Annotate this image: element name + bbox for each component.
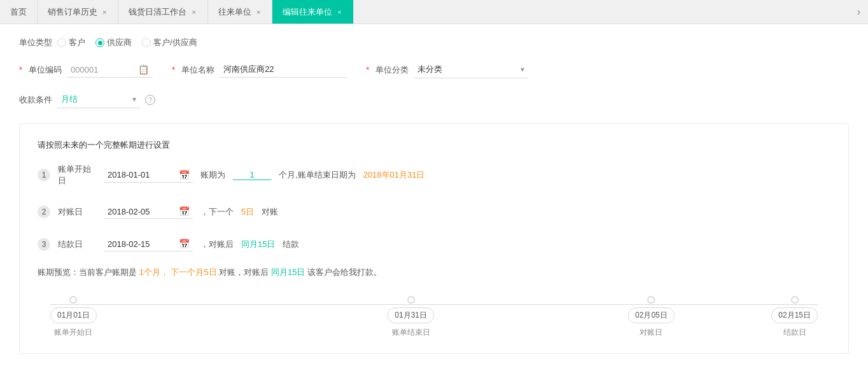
bill-start-date-input[interactable] <box>108 170 171 179</box>
payment-condition-select[interactable]: 月结 ▾ <box>57 91 140 108</box>
unit-name-required: * <box>172 65 175 74</box>
radio-supplier-label: 供应商 <box>107 37 132 48</box>
payment-condition-group: 收款条件 月结 ▾ ? <box>19 91 155 108</box>
timeline-points: 01月01日 账单开始日 01月31日 账单结束日 02 <box>50 296 818 338</box>
timeline-badge-3: 02月05日 <box>628 307 675 323</box>
payment-condition-chevron: ▾ <box>132 95 136 104</box>
preview-label: 账期预览：当前客户账期是 <box>38 267 137 277</box>
reconcile-row: 2 对账日 📅 ，下一个 5日 对账 <box>38 204 830 219</box>
period-value-input[interactable] <box>233 170 271 180</box>
timeline-label-2: 账单结束日 <box>392 327 430 338</box>
radio-supplier-circle <box>95 38 104 47</box>
timeline-label-4: 结款日 <box>783 327 806 338</box>
timeline-point-2: 01月31日 账单结束日 <box>291 296 531 338</box>
unit-code-icon[interactable]: 📋 <box>138 64 149 74</box>
preview-reconcile-orange: 下一个月5日 <box>171 267 216 277</box>
unit-code-label: 单位编码 <box>29 64 62 76</box>
bill-start-date-field[interactable]: 📅 <box>104 168 193 183</box>
unit-category-group: * 单位分类 未分类 ▾ <box>366 61 528 78</box>
period-mid-text: 账期为 <box>200 169 225 181</box>
row-num-1: 1 <box>38 169 50 181</box>
unit-type-row: 单位类型 客户 供应商 客户/供应商 <box>19 37 849 48</box>
tab-partner-close[interactable]: × <box>255 8 262 16</box>
radio-group: 客户 供应商 客户/供应商 <box>57 37 197 48</box>
main-content: 单位类型 客户 供应商 客户/供应商 * 单位编码 <box>0 24 868 387</box>
payment-suffix-teal: 同月15日 <box>241 239 275 250</box>
preview-text: 账期预览：当前客户账期是 1个月， 下一个月5日 对账，对账后 同月15日 该客… <box>38 267 830 278</box>
unit-type-group: 单位类型 客户 供应商 客户/供应商 <box>19 37 197 48</box>
radio-supplier[interactable]: 供应商 <box>95 37 132 48</box>
bill-start-label: 账单开始日 <box>58 164 96 186</box>
reconcile-suffix-orange: 5日 <box>241 206 254 218</box>
radio-both[interactable]: 客户/供应商 <box>142 37 197 48</box>
unit-category-label: 单位分类 <box>375 64 409 76</box>
timeline-point-3: 02月05日 对账日 <box>531 296 772 338</box>
radio-both-circle <box>142 38 151 47</box>
unit-name-group: * 单位名称 <box>172 62 347 78</box>
section-instruction: 请按照未来的一个完整帐期进行设置 <box>38 139 830 151</box>
timeline-dot-2 <box>407 296 415 304</box>
tab-cash-work[interactable]: 钱货日清工作台 × <box>118 0 207 24</box>
unit-name-label: 单位名称 <box>181 64 214 76</box>
tab-partner[interactable]: 往来单位 × <box>208 0 272 24</box>
reconcile-suffix-after: 对账 <box>262 206 278 218</box>
tab-bar: 首页 销售订单历史 × 钱货日清工作台 × 往来单位 × 编辑往来单位 × › <box>0 0 868 24</box>
payment-label: 结款日 <box>58 239 96 250</box>
preview-payment-suffix: 该客户会给我打款。 <box>307 267 382 277</box>
preview-period-orange: 1个月， <box>139 267 169 277</box>
reconcile-label: 对账日 <box>58 206 96 218</box>
tab-partner-label: 往来单位 <box>218 6 251 18</box>
tab-sales-history-label: 销售订单历史 <box>48 6 97 18</box>
tab-more-button[interactable]: › <box>850 0 868 24</box>
timeline-dot-3 <box>647 296 655 304</box>
timeline-point-1: 01月01日 账单开始日 <box>50 296 291 338</box>
tab-home[interactable]: 首页 <box>0 0 38 24</box>
payment-suffix-before: ，对账后 <box>200 239 234 250</box>
unit-code-required: * <box>19 65 22 74</box>
timeline-label-3: 对账日 <box>640 327 662 338</box>
unit-category-select[interactable]: 未分类 ▾ <box>414 61 528 78</box>
payment-help-icon[interactable]: ? <box>145 95 155 105</box>
unit-category-value: 未分类 <box>417 64 517 75</box>
tab-home-label: 首页 <box>10 6 27 18</box>
preview-reconcile-suffix: 对账，对账后 <box>219 267 269 277</box>
payment-condition-row: 收款条件 月结 ▾ ? <box>19 91 849 108</box>
bill-start-calendar-icon[interactable]: 📅 <box>179 170 190 180</box>
tab-cash-work-close[interactable]: × <box>190 8 197 16</box>
radio-customer-circle <box>57 38 66 47</box>
reconcile-calendar-icon[interactable]: 📅 <box>179 206 190 216</box>
unit-code-input[interactable] <box>71 65 134 74</box>
payment-date-field[interactable]: 📅 <box>104 237 193 251</box>
timeline-badge-4: 02月15日 <box>771 307 818 323</box>
timeline-dot-4 <box>791 296 799 304</box>
timeline-dot-1 <box>69 296 77 304</box>
settings-section: 请按照未来的一个完整帐期进行设置 1 账单开始日 📅 账期为 个月,账单结束日期… <box>19 123 849 354</box>
radio-customer-label: 客户 <box>69 37 85 48</box>
tab-sales-history-close[interactable]: × <box>101 8 108 16</box>
bill-end-date: 2018年01月31日 <box>363 169 425 181</box>
tab-edit-partner-close[interactable]: × <box>336 8 342 16</box>
reconcile-suffix-before: ，下一个 <box>200 206 234 218</box>
unit-name-input[interactable] <box>220 62 347 78</box>
row-num-2: 2 <box>38 206 50 218</box>
timeline-point-4: 02月15日 结款日 <box>771 296 818 338</box>
preview-payment-teal: 同月15日 <box>271 267 305 277</box>
timeline-badge-2: 01月31日 <box>388 307 434 323</box>
timeline-label-1: 账单开始日 <box>54 327 92 338</box>
row-num-3: 3 <box>38 238 50 251</box>
unit-code-field[interactable]: 📋 <box>67 62 153 78</box>
reconcile-date-input[interactable] <box>108 207 171 216</box>
radio-customer[interactable]: 客户 <box>57 37 85 48</box>
tab-cash-work-label: 钱货日清工作台 <box>129 6 186 18</box>
payment-date-input[interactable] <box>108 239 171 249</box>
tab-edit-partner-label: 编辑往来单位 <box>283 6 332 18</box>
tab-edit-partner[interactable]: 编辑往来单位 × <box>272 0 353 24</box>
reconcile-date-field[interactable]: 📅 <box>104 204 193 219</box>
timeline-badge-1: 01月01日 <box>50 307 97 323</box>
payment-calendar-icon[interactable]: 📅 <box>179 239 190 249</box>
radio-both-label: 客户/供应商 <box>153 37 197 48</box>
unit-category-chevron: ▾ <box>521 65 524 74</box>
code-name-category-row: * 单位编码 📋 * 单位名称 * 单位分类 未分类 ▾ <box>19 61 849 78</box>
tab-sales-history[interactable]: 销售订单历史 × <box>38 0 118 24</box>
payment-row: 3 结款日 📅 ，对账后 同月15日 结款 <box>38 237 830 251</box>
